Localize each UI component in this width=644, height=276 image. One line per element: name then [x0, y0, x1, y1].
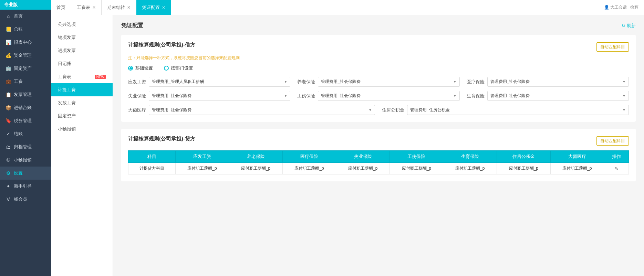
- left-nav-item-cancel-invoice[interactable]: 销项发票: [51, 31, 113, 44]
- th-操作: 操作: [604, 151, 629, 163]
- sidebar-item-fund[interactable]: 💰资金管理: [0, 49, 51, 62]
- left-nav-item-public[interactable]: 公共选项: [51, 18, 113, 31]
- fund-icon: 💰: [6, 53, 11, 58]
- sidebar-item-archive[interactable]: 🗂归档管理: [0, 140, 51, 153]
- sidebar-item-settings[interactable]: ⚙设置: [0, 167, 51, 180]
- left-nav-item-input-invoice[interactable]: 进项发票: [51, 44, 113, 57]
- sidebar: 专业版 ⌂首页📒总账📊报表中心💰资金管理🏢固定资产💼工资📋发票管理📦进销台账🔖税…: [0, 0, 51, 276]
- radio-basic-btn: [128, 66, 133, 71]
- td-value-1: 应付职工薪酬_p: [229, 163, 283, 174]
- tab-label-period-close: 期末结转: [107, 4, 125, 11]
- page-title: 凭证配置: [121, 22, 143, 29]
- left-nav-item-calc-salary[interactable]: 计提工资: [51, 83, 113, 96]
- left-nav-label-journal: 日记账: [58, 61, 71, 67]
- guide-icon: ✦: [6, 183, 11, 189]
- select-ylbx[interactable]: 管理费用_社会保险费 ▼: [318, 77, 459, 87]
- left-nav-label-pay-salary: 发放工资: [58, 100, 76, 106]
- select-gjj[interactable]: 管理费用_住房公积金 ▼: [407, 105, 629, 115]
- chevron-down-icon: ▼: [622, 108, 626, 112]
- credit-section: 计提核算规则(公司承担)-贷方 自动匹配科目 科目应发工资养老保险医疗保险失业保…: [121, 129, 636, 181]
- sidebar-item-assets[interactable]: 🏢固定资产: [0, 62, 51, 75]
- sidebar-item-home[interactable]: ⌂首页: [0, 10, 51, 23]
- tab-close-payroll[interactable]: ✕: [92, 5, 96, 10]
- sidebar-item-xiaochange[interactable]: ©小畅报销: [0, 153, 51, 167]
- debit-auto-match-button[interactable]: 自动匹配科目: [596, 42, 629, 52]
- sidebar-item-purchase[interactable]: 📦进销台账: [0, 101, 51, 114]
- vip-icon: V: [6, 197, 11, 202]
- sidebar-label-ledger: 总账: [14, 26, 23, 32]
- sidebar-item-closing[interactable]: ✓结账: [0, 127, 51, 140]
- ledger-icon: 📒: [6, 26, 11, 32]
- sidebar-item-guide[interactable]: ✦新手引导: [0, 180, 51, 193]
- sidebar-label-closing: 结账: [14, 131, 23, 137]
- tax-icon: 🔖: [6, 118, 11, 124]
- left-nav-item-pay-salary[interactable]: 发放工资: [51, 96, 113, 109]
- label-gjj: 住房公积金: [382, 107, 404, 113]
- radio-basic[interactable]: 基础设置: [128, 65, 153, 71]
- user-info: 👤 大工会话 徐辉: [604, 4, 638, 10]
- tab-period-close[interactable]: 期末结转✕: [102, 0, 136, 15]
- debit-section-title: 计提核算规则(公司承担)-借方: [128, 42, 195, 48]
- debit-form-row-1: 应发工资 管理费用_管理人员职工薪酬 ▼ 养老保险 管理费用_社会保险费 ▼: [128, 77, 629, 87]
- chevron-down-icon: ▼: [284, 80, 287, 84]
- left-nav-item-journal[interactable]: 日记账: [51, 57, 113, 70]
- label-dale: 大额医疗: [128, 107, 146, 113]
- sidebar-item-salary[interactable]: 💼工资: [0, 75, 51, 88]
- select-sybx-value: 管理费用_社会保险费: [152, 93, 191, 99]
- left-nav-item-fixed-assets[interactable]: 固定资产: [51, 109, 113, 123]
- radio-department[interactable]: 按部门设置: [164, 65, 193, 71]
- td-operations[interactable]: ✎: [604, 163, 629, 174]
- sidebar-item-report[interactable]: 📊报表中心: [0, 36, 51, 49]
- debit-radio-group: 基础设置 按部门设置: [128, 65, 629, 71]
- chevron-down-icon: ▼: [622, 80, 626, 84]
- select-yfgz-value: 管理费用_管理人员职工薪酬: [152, 79, 204, 85]
- home-icon: ⌂: [6, 13, 11, 19]
- select-dale[interactable]: 管理费用_社会保险费 ▼: [149, 105, 375, 115]
- left-nav: 公共选项销项发票进项发票日记账工资表NEW计提工资发放工资固定资产小畅报销: [51, 15, 113, 276]
- purchase-icon: 📦: [6, 105, 11, 110]
- sidebar-item-ledger[interactable]: 📒总账: [0, 23, 51, 36]
- label-ylbx2: 医疗保险: [467, 79, 485, 85]
- tab-voucher-config[interactable]: 凭证配置✕: [136, 0, 171, 15]
- select-ylbx2-value: 管理费用_社会保险费: [490, 79, 530, 85]
- select-sybx2[interactable]: 管理费用_社会保险费 ▼: [487, 91, 629, 101]
- credit-auto-match-button[interactable]: 自动匹配科目: [596, 136, 629, 146]
- select-dale-value: 管理费用_社会保险费: [152, 107, 191, 113]
- th-大额医疗: 大额医疗: [550, 151, 604, 163]
- refresh-icon: ↻: [622, 23, 625, 28]
- radio-department-label: 按部门设置: [171, 65, 193, 71]
- select-sybx[interactable]: 管理费用_社会保险费 ▼: [149, 91, 290, 101]
- closing-icon: ✓: [6, 131, 11, 137]
- select-yfgz[interactable]: 管理费用_管理人员职工薪酬 ▼: [149, 77, 290, 87]
- select-ylbx2[interactable]: 管理费用_社会保险费 ▼: [487, 77, 629, 87]
- left-nav-label-payroll-table: 工资表: [58, 74, 71, 80]
- chevron-down-icon: ▼: [453, 80, 457, 84]
- chevron-down-icon: ▼: [368, 108, 372, 112]
- sidebar-label-report: 报表中心: [14, 39, 32, 45]
- left-nav-item-expense[interactable]: 小畅报销: [51, 123, 113, 136]
- select-gsbx-value: 管理费用_社会保险费: [321, 93, 361, 99]
- credit-section-title: 计提核算规则(公司承担)-贷方: [128, 136, 195, 142]
- tab-home[interactable]: 首页: [51, 0, 71, 15]
- debit-form-row-2: 失业保险 管理费用_社会保险费 ▼ 工伤保险 管理费用_社会保险费 ▼: [128, 91, 629, 101]
- th-医疗保险: 医疗保险: [282, 151, 336, 163]
- sidebar-item-vip[interactable]: V畅会员: [0, 193, 51, 206]
- sidebar-label-invoice: 发票管理: [14, 92, 32, 98]
- field-ylbx2: 医疗保险 管理费用_社会保险费 ▼: [467, 77, 629, 87]
- tab-close-period-close[interactable]: ✕: [127, 5, 131, 10]
- sidebar-item-tax[interactable]: 🔖税务管理: [0, 114, 51, 127]
- select-gsbx[interactable]: 管理费用_社会保险费 ▼: [318, 91, 459, 101]
- sidebar-item-invoice[interactable]: 📋发票管理: [0, 88, 51, 101]
- badge-payroll-table: NEW: [95, 75, 106, 79]
- table-row: 计提贷方科目应付职工薪酬_p应付职工薪酬_p应付职工薪酬_p应付职工薪酬_p应付…: [128, 163, 629, 174]
- sidebar-label-archive: 归档管理: [14, 144, 32, 150]
- sidebar-label-salary: 工资: [14, 78, 23, 85]
- edit-icon[interactable]: ✎: [615, 166, 618, 171]
- label-sybx2: 生育保险: [467, 93, 485, 99]
- th-科目: 科目: [128, 151, 176, 163]
- tab-payroll[interactable]: 工资表✕: [71, 0, 102, 15]
- left-nav-item-payroll-table[interactable]: 工资表NEW: [51, 70, 113, 83]
- tab-close-voucher-config[interactable]: ✕: [162, 5, 165, 10]
- credit-table: 科目应发工资养老保险医疗保险失业保险工伤保险生育保险住房公积金大额医疗操作 计提…: [128, 150, 629, 174]
- refresh-button[interactable]: ↻ 刷新: [622, 23, 636, 29]
